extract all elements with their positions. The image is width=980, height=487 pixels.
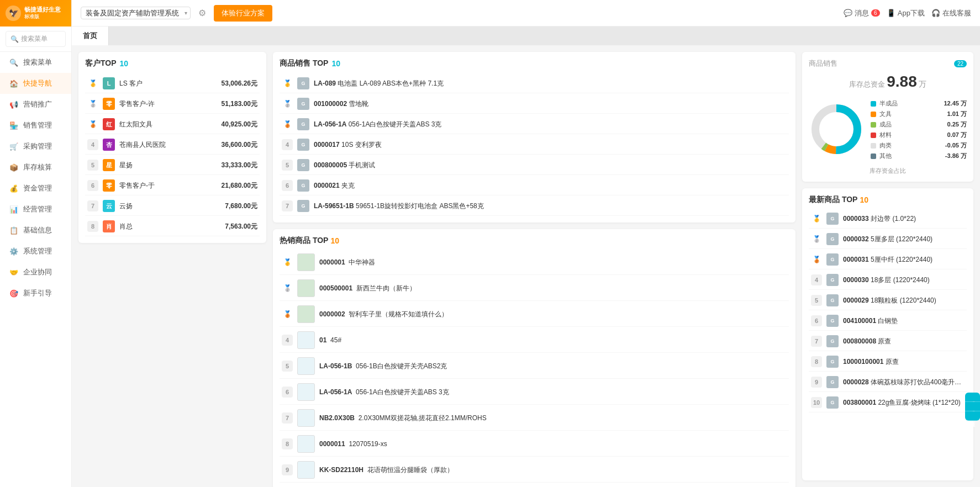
- sidebar-item-purchase[interactable]: 🛒 采购管理: [0, 136, 71, 157]
- sidebar-item-finance[interactable]: 💰 资金管理: [0, 178, 71, 199]
- logo-icon: 🦅: [6, 6, 21, 21]
- header-right: 💬 消息 6 📱 App下载 🎧 在线客服: [844, 8, 971, 18]
- right-section: 商品销售 22 库存总资金 9.88 万: [802, 52, 973, 480]
- legend-dot: [871, 122, 876, 128]
- search-menu-button[interactable]: 🔍 搜索菜单: [6, 31, 66, 47]
- newest-product-item: 8 G 10000100001 原查: [809, 352, 967, 372]
- corp-icon: 🤝: [9, 267, 19, 277]
- online-service-item[interactable]: 🎧 在线客服: [931, 8, 971, 18]
- mobile-icon: 📱: [887, 9, 895, 17]
- product-info: 0000031 5厘中纤 (1220*2440): [843, 255, 965, 264]
- sidebar-item-sales[interactable]: 🏪 销售管理: [0, 115, 71, 136]
- sidebar-item-operation[interactable]: 📊 经营管理: [0, 199, 71, 220]
- legend-value: 12.45 万: [944, 99, 967, 108]
- product-info: LA-056-1A 056-1A白色按键开关盖ABS 3克: [319, 388, 787, 397]
- sidebar-item-search[interactable]: 🔍 搜索菜单: [0, 52, 71, 73]
- medal-icon: 🥈: [87, 98, 98, 109]
- customer-avatar: 星: [103, 159, 115, 171]
- product-info: 01 45#: [319, 336, 787, 344]
- sidebar-nav: 🔍 搜索菜单🏠 快捷导航📢 营销推广🏪 销售管理🛒 采购管理📦 库存核算💰 资金…: [0, 52, 71, 304]
- legend-name: 肉类: [879, 141, 942, 150]
- sidebar-item-base[interactable]: 📋 基础信息: [0, 220, 71, 241]
- message-item[interactable]: 💬 消息 6: [844, 8, 880, 18]
- rank-number: 9: [811, 377, 822, 388]
- trial-button[interactable]: 体验行业方案: [214, 5, 272, 22]
- hot-products-title: 热销商品 TOP 10: [280, 236, 789, 246]
- product-info: 0000033 封边带 (1.0*22): [843, 214, 965, 224]
- customer-rank-item: 7 云 云扬 7,680.00元: [85, 197, 260, 216]
- tab-home[interactable]: 首页: [72, 27, 109, 45]
- sidebar-item-quick-nav[interactable]: 🏠 快捷导航: [0, 73, 71, 94]
- customer-name: 云扬: [119, 202, 220, 211]
- newest-products-title: 最新商品 TOP 10: [809, 195, 967, 205]
- customer-value: 21,680.00元: [222, 181, 257, 190]
- rank-number: 7: [282, 412, 293, 424]
- customer-value: 7,680.00元: [225, 202, 257, 211]
- sidebar-item-inventory[interactable]: 📦 库存核算: [0, 157, 71, 178]
- system-selector-wrap: 装备及固定资产辅助管理系统: [81, 7, 191, 19]
- float-btn-客服热线[interactable]: 客服热线: [965, 393, 980, 402]
- customer-rank-item: 4 杏 苍南县人民医院 36,600.00元: [85, 135, 260, 155]
- gear-button[interactable]: ⚙: [196, 6, 208, 20]
- donut-chart-container: [809, 102, 864, 158]
- rank-number: 6: [282, 180, 293, 191]
- customer-avatar: L: [103, 77, 115, 89]
- app-logo: 🦅 畅捷通好生意 标准版: [0, 0, 71, 27]
- medal-icon: 🥈: [282, 98, 293, 109]
- app-download-item[interactable]: 📱 App下载: [887, 8, 925, 18]
- customer-value: 33,333.00元: [222, 161, 257, 170]
- newest-product-item: 🥈 G 0000032 5厘多层 (1220*2440): [809, 230, 967, 249]
- finance-icon: 💰: [9, 183, 19, 193]
- system-selector[interactable]: 装备及固定资产辅助管理系统: [81, 7, 191, 19]
- logo-text: 畅捷通好生意 标准版: [24, 6, 61, 20]
- hot-product-item: 🥇 0000001 中华神器: [280, 250, 789, 275]
- product-image: [297, 461, 315, 479]
- legend-value: 1.01 万: [947, 110, 967, 118]
- medal-icon: 🥈: [811, 234, 822, 245]
- customer-avatar: 肖: [103, 220, 115, 232]
- inventory-total: 库存总资金 9.88 万: [809, 73, 967, 91]
- newest-product-item: 7 G 000800008 原查: [809, 332, 967, 351]
- product-info: 0000002 智利车子里（规格不知道填什么）: [319, 310, 787, 319]
- sidebar-item-marketing[interactable]: 📢 营销推广: [0, 94, 71, 115]
- customer-name: 零售客户-于: [119, 181, 217, 190]
- rank-number: 8: [811, 356, 822, 367]
- medal-icon: 🥇: [282, 78, 293, 89]
- sidebar-item-system[interactable]: ⚙️ 系统管理: [0, 241, 71, 262]
- product-icon: G: [297, 118, 309, 130]
- float-btn-直播[interactable]: 直播: [965, 411, 980, 421]
- product-icon: G: [826, 356, 839, 368]
- rank-number: 5: [811, 295, 822, 306]
- product-info: 000500001 新西兰牛肉（新牛）: [319, 284, 787, 293]
- product-icon: G: [826, 213, 839, 225]
- top-header: 装备及固定资产辅助管理系统 ⚙ 体验行业方案 💬 消息 6 📱 App下载 🎧 …: [72, 0, 980, 27]
- sidebar-item-corp[interactable]: 🤝 企业协同: [0, 262, 71, 283]
- product-info: 0000032 5厘多层 (1220*2440): [843, 235, 965, 244]
- sidebar-item-guide[interactable]: 🎯 新手引导: [0, 283, 71, 304]
- product-icon: G: [297, 139, 309, 151]
- rank-number: 4: [811, 274, 822, 285]
- product-info: NB2.0X30B 2.0X30MM双搓花轴,搓花直径2.1MM/ROHS: [319, 414, 787, 423]
- customer-name: 星扬: [119, 161, 217, 170]
- purchase-icon: 🛒: [9, 141, 19, 151]
- rank-number: 8: [87, 221, 98, 232]
- search-icon: 🔍: [9, 57, 19, 67]
- hot-product-item: 4 01 45#: [280, 328, 789, 353]
- quick-nav-icon: 🏠: [9, 78, 19, 88]
- product-info: 0000030 18多层 (1220*2440): [843, 276, 965, 285]
- float-buttons: 客服热线服务社区直播: [965, 393, 980, 421]
- customer-rank-item: 🥉 红 红太阳文具 40,925.00元: [85, 115, 260, 134]
- hot-products-card: 热销商品 TOP 10 🥇 0000001 中华神器🥈 000500001 新西…: [273, 229, 795, 487]
- customer-name: 肖总: [119, 222, 220, 231]
- product-icon: G: [826, 396, 839, 409]
- inventory-chart-area: 半成品 12.45 万 文具 1.01 万 成品 0.25 万 材料 0.07 …: [809, 95, 967, 165]
- product-sales-list: 🥇 G LA-089 电池盖 LA-089 ABS本色+黑种 7.1克🥈 G 0…: [280, 74, 789, 216]
- rank-number: 4: [282, 335, 293, 346]
- base-icon: 📋: [9, 225, 19, 235]
- hot-product-item: 9 KK-SD22110H 花语萌恒温分腿睡袋（厚款）: [280, 458, 789, 483]
- customer-name: 零售客户-许: [119, 99, 217, 109]
- product-info: LA-056-1A 056-1A白色按键开关盖ABS 3克: [314, 120, 787, 129]
- float-btn-服务社区[interactable]: 服务社区: [965, 402, 980, 411]
- legend-dot: [871, 133, 876, 138]
- product-icon: G: [297, 159, 309, 171]
